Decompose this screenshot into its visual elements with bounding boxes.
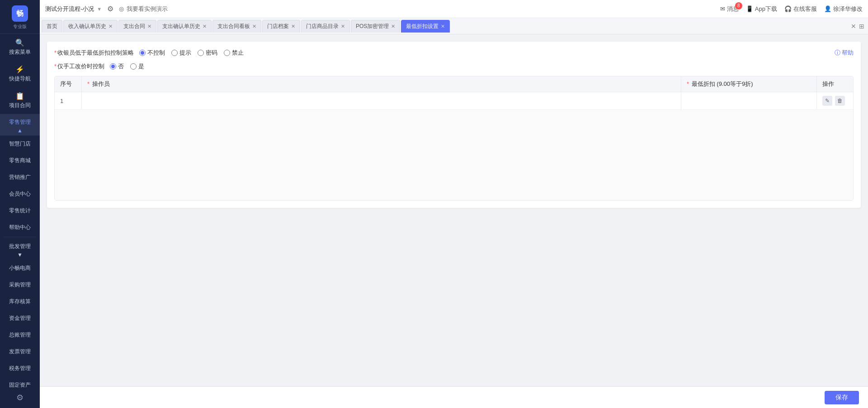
sidebar-item-invoice[interactable]: 发票管理 bbox=[0, 343, 40, 360]
help-label: 帮助 bbox=[842, 49, 854, 57]
action-icons: ✎ 🗑 bbox=[822, 96, 845, 106]
th-min-discount: * 最低折扣 (9.00等于9折) bbox=[681, 76, 817, 92]
tab-income-confirm-history[interactable]: 收入确认单历史 ✕ bbox=[63, 20, 118, 33]
app-download-button[interactable]: 📱 App下载 bbox=[746, 5, 777, 13]
settings-gear[interactable]: ⚙ bbox=[0, 387, 40, 408]
sidebar-item-label: 发票管理 bbox=[9, 348, 31, 356]
sidebar-item-quick-nav[interactable]: ⚡ 快捷导航 bbox=[0, 61, 40, 87]
sidebar-item-ecommerce[interactable]: 小畅电商 bbox=[0, 260, 40, 277]
support-button[interactable]: 🎧 在线客服 bbox=[784, 5, 817, 13]
radio-no-control[interactable]: 不控制 bbox=[139, 49, 165, 57]
control-policy-row: *收银员低于最低折扣控制策略 不控制 提示 密码 bbox=[54, 49, 854, 57]
min-discount-input[interactable] bbox=[687, 98, 811, 104]
radio-no-input[interactable] bbox=[110, 63, 116, 70]
help-link[interactable]: ⓘ 帮助 bbox=[835, 49, 854, 57]
delete-icon[interactable]: 🗑 bbox=[835, 96, 845, 106]
project-contract-icon: 📋 bbox=[15, 92, 24, 100]
user-menu[interactable]: 👤 徐泽华修改 bbox=[824, 5, 863, 13]
logo-icon: 畅 bbox=[12, 5, 28, 22]
sidebar-item-wholesale[interactable]: 批发管理 ▼ bbox=[0, 238, 40, 260]
radio-prompt[interactable]: 提示 bbox=[171, 49, 191, 57]
edit-icon[interactable]: ✎ bbox=[822, 96, 832, 106]
sidebar-item-purchase[interactable]: 采购管理 bbox=[0, 277, 40, 293]
search-menu-icon: 🔍 bbox=[15, 38, 24, 47]
tab-close-icon[interactable]: ✕ bbox=[108, 23, 113, 29]
tab-close-icon[interactable]: ✕ bbox=[252, 23, 256, 29]
sidebar-item-retail-stats[interactable]: 零售统计 bbox=[0, 202, 40, 219]
tab-expand-icon[interactable]: ⊞ bbox=[859, 23, 864, 30]
radio-forbid-input[interactable] bbox=[224, 50, 230, 56]
td-min-discount bbox=[681, 92, 817, 109]
sidebar-item-label: 固定资产 bbox=[9, 381, 31, 387]
tab-pos-password[interactable]: POS加密管理 ✕ bbox=[351, 20, 400, 33]
app-icon: 📱 bbox=[746, 5, 753, 12]
tab-close-icon[interactable]: ✕ bbox=[391, 23, 395, 29]
sidebar-item-label: 总账管理 bbox=[9, 331, 31, 339]
radio-yes-label: 是 bbox=[138, 62, 144, 70]
manual-price-row: *仅手工改价时控制 否 是 bbox=[54, 62, 854, 70]
sidebar-item-retail-management[interactable]: 零售管理 ▲ bbox=[0, 114, 40, 136]
tab-payment-contract[interactable]: 支出合同 ✕ bbox=[118, 20, 156, 33]
tab-home[interactable]: 首页 bbox=[42, 20, 62, 33]
sidebar-item-label: 采购管理 bbox=[9, 281, 31, 289]
radio-password[interactable]: 密码 bbox=[198, 49, 217, 57]
sidebar-item-label: 资金管理 bbox=[9, 314, 31, 322]
topbar: 测试分开流程-小况 ▼ ⚙ ◎ 我要看实例演示 ✉ 消息 8 📱 App下载 🎧… bbox=[40, 0, 868, 18]
sidebar-item-general-ledger[interactable]: 总账管理 bbox=[0, 327, 40, 343]
radio-prompt-input[interactable] bbox=[171, 50, 178, 56]
sidebar-item-label: 营销推广 bbox=[9, 174, 31, 181]
radio-yes[interactable]: 是 bbox=[130, 62, 144, 70]
tab-min-discount[interactable]: 最低折扣设置 ✕ bbox=[401, 20, 450, 33]
radio-forbid[interactable]: 禁止 bbox=[224, 49, 244, 57]
tab-payment-contract-board[interactable]: 支出合同看板 ✕ bbox=[212, 20, 261, 33]
tab-close-icon[interactable]: ✕ bbox=[291, 23, 295, 29]
project-selector[interactable]: 测试分开流程-小况 ▼ bbox=[45, 5, 102, 13]
sidebar-item-tax[interactable]: 税务管理 bbox=[0, 360, 40, 377]
tab-close-icon[interactable]: ✕ bbox=[341, 23, 345, 29]
sidebar-item-member-center[interactable]: 会员中心 bbox=[0, 186, 40, 202]
radio-no-control-input[interactable] bbox=[139, 50, 146, 56]
demo-link[interactable]: ◎ 我要看实例演示 bbox=[119, 5, 168, 13]
sidebar-item-label: 小畅电商 bbox=[9, 264, 31, 272]
tab-label: 支出确认单历史 bbox=[162, 23, 200, 30]
sidebar-item-capital[interactable]: 资金管理 bbox=[0, 310, 40, 327]
operator-input[interactable] bbox=[87, 98, 675, 104]
discount-table: 序号 * 操作员 * 最低折扣 (9.00等于9折) 操作 1 bbox=[54, 76, 854, 201]
sidebar-item-help-center[interactable]: 帮助中心 bbox=[0, 219, 40, 236]
support-icon: 🎧 bbox=[784, 5, 792, 12]
sidebar-item-label: 快捷导航 bbox=[9, 75, 31, 83]
message-button[interactable]: ✉ 消息 8 bbox=[720, 5, 739, 13]
radio-password-input[interactable] bbox=[198, 50, 204, 56]
sidebar-item-marketing[interactable]: 营销推广 bbox=[0, 169, 40, 186]
sidebar-item-smart-store[interactable]: 智慧门店 bbox=[0, 136, 40, 152]
tab-close-icon[interactable]: ✕ bbox=[147, 23, 151, 29]
help-icon: ⓘ bbox=[835, 49, 840, 57]
chevron-down-icon: ▼ bbox=[17, 252, 23, 258]
message-badge: 8 bbox=[735, 2, 742, 9]
tab-store-file[interactable]: 门店档案 ✕ bbox=[262, 20, 300, 33]
sidebar-item-retail-mall[interactable]: 零售商城 bbox=[0, 152, 40, 169]
tab-close-all-icon[interactable]: ✕ bbox=[851, 23, 856, 30]
table-empty-area bbox=[55, 110, 853, 200]
radio-no[interactable]: 否 bbox=[110, 62, 124, 70]
sidebar-item-search-menu[interactable]: 🔍 搜索菜单 bbox=[0, 34, 40, 61]
support-label: 在线客服 bbox=[793, 5, 817, 13]
tab-close-icon[interactable]: ✕ bbox=[203, 23, 207, 29]
sidebar-item-label: 库存核算 bbox=[9, 298, 31, 305]
radio-yes-input[interactable] bbox=[130, 63, 137, 70]
save-button[interactable]: 保存 bbox=[825, 391, 859, 404]
sidebar-item-inventory[interactable]: 库存核算 bbox=[0, 293, 40, 310]
tab-payment-confirm-history[interactable]: 支出确认单历史 ✕ bbox=[157, 20, 212, 33]
main-area: 测试分开流程-小况 ▼ ⚙ ◎ 我要看实例演示 ✉ 消息 8 📱 App下载 🎧… bbox=[40, 0, 868, 408]
sidebar-item-fixed-assets[interactable]: 固定资产 bbox=[0, 377, 40, 387]
page-content: *收银员低于最低折扣控制策略 不控制 提示 密码 bbox=[40, 34, 868, 386]
sidebar-item-label: 帮助中心 bbox=[9, 224, 31, 231]
tab-home-label: 首页 bbox=[47, 23, 57, 30]
sidebar-item-project-contract[interactable]: 📋 项目合同 bbox=[0, 87, 40, 114]
sidebar-item-label: 项目合同 bbox=[9, 102, 31, 109]
topbar-settings-icon[interactable]: ⚙ bbox=[107, 5, 113, 13]
control-policy-radio-group: 不控制 提示 密码 禁止 bbox=[139, 49, 244, 57]
radio-no-control-label: 不控制 bbox=[147, 49, 165, 57]
tab-close-icon[interactable]: ✕ bbox=[441, 23, 445, 29]
tab-store-product[interactable]: 门店商品目录 ✕ bbox=[301, 20, 350, 33]
